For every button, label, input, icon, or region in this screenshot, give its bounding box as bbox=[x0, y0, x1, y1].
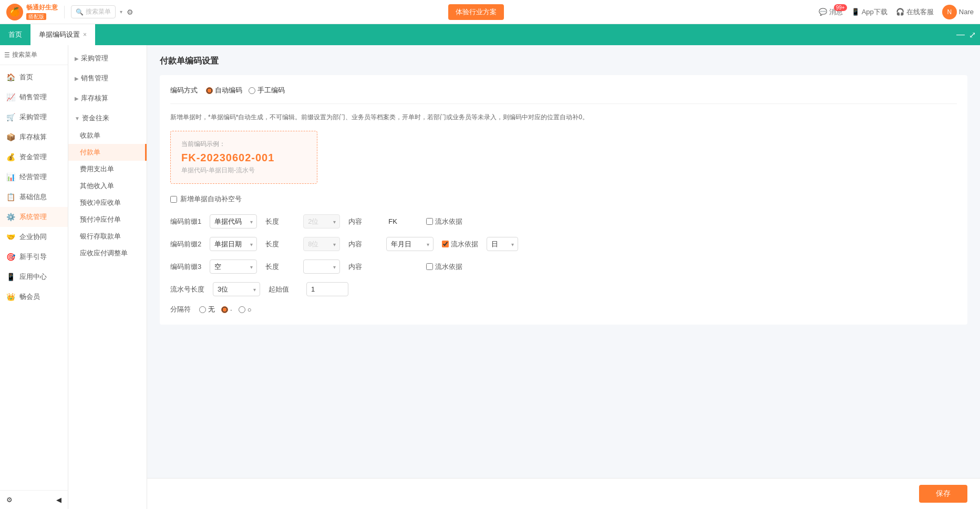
content-area: 付款单编码设置 编码方式 自动编码 手工编码 bbox=[147, 45, 980, 509]
start-value-input[interactable] bbox=[306, 282, 348, 296]
sub-nav-capital: ▼ 资金往来 收款单 付款单 费用支出单 其他收入单 预收冲应收单 预付冲应付单… bbox=[68, 109, 147, 262]
serial-3-label: 流水依据 bbox=[435, 262, 462, 272]
maximize-icon[interactable]: ⤢ bbox=[969, 30, 976, 40]
manual-encoding-label: 手工编码 bbox=[257, 86, 285, 95]
separator-circle-label: ○ bbox=[247, 306, 252, 314]
serial-1-checkbox: 流水依据 bbox=[426, 217, 462, 226]
purchase-arrow-icon: ▶ bbox=[75, 56, 79, 61]
sub-nav-purchase-header[interactable]: ▶ 采购管理 bbox=[68, 49, 147, 67]
length-1-select[interactable]: 2位 bbox=[303, 214, 340, 228]
content-2-select-wrapper: 年月日 年月 年 bbox=[386, 237, 434, 251]
serial-2-label: 流水依据 bbox=[451, 240, 478, 249]
prefix-1-select[interactable]: 单据代码 空 部门 业务员 bbox=[210, 214, 257, 228]
sidebar-search[interactable]: ☰ 搜索菜单 bbox=[0, 45, 68, 65]
sub-nav-payment[interactable]: 付款单 bbox=[68, 144, 147, 161]
avatar: N bbox=[942, 5, 957, 19]
message-icon: 💬 bbox=[819, 8, 827, 16]
sidebar-item-home[interactable]: 🏠 首页 bbox=[0, 67, 68, 87]
period-select[interactable]: 日 月 年 bbox=[487, 237, 518, 251]
home-icon: 🏠 bbox=[6, 73, 15, 81]
encoding-method-row: 编码方式 自动编码 手工编码 bbox=[170, 86, 957, 104]
top-bar: 🍊 畅通好生意 搭配版 🔍 搜索菜单 ▾ ⚙ 体验行业方案 💬 消息 99+ 📱… bbox=[0, 0, 980, 24]
auto-encoding-radio[interactable]: 自动编码 bbox=[206, 86, 242, 95]
message-button[interactable]: 💬 消息 99+ bbox=[819, 7, 843, 17]
collapse-icon[interactable]: ◀ bbox=[56, 496, 61, 504]
bottom-bar: 保存 bbox=[147, 478, 980, 509]
sidebar-item-newbie[interactable]: 🎯 新手引导 bbox=[0, 247, 68, 267]
sub-nav-adjustment[interactable]: 应收应付调整单 bbox=[68, 245, 147, 262]
tab-home[interactable]: 首页 bbox=[0, 24, 30, 45]
sub-nav-inventory-header[interactable]: ▶ 库存核算 bbox=[68, 89, 147, 107]
sub-nav-capital-header[interactable]: ▼ 资金往来 bbox=[68, 109, 147, 127]
serial-3-input[interactable] bbox=[426, 263, 433, 270]
save-button[interactable]: 保存 bbox=[919, 485, 967, 503]
auto-encoding-label: 自动编码 bbox=[215, 86, 242, 95]
separator-dot[interactable]: · bbox=[221, 306, 232, 314]
prefix-2-select[interactable]: 单据日期 空 单据代码 部门 bbox=[210, 237, 257, 251]
sidebar-item-inventory[interactable]: 📦 库存核算 bbox=[0, 127, 68, 147]
sidebar-item-basic[interactable]: 📋 基础信息 bbox=[0, 187, 68, 207]
manual-encoding-radio[interactable]: 手工编码 bbox=[249, 86, 285, 95]
separator-none[interactable]: 无 bbox=[199, 305, 215, 314]
prefix-3-label: 编码前缀3 bbox=[170, 262, 201, 272]
sidebar-item-apps[interactable]: 📱 应用中心 bbox=[0, 267, 68, 287]
prefix-3-select[interactable]: 空 单据代码 单据日期 部门 bbox=[210, 259, 257, 274]
auto-fill-checkbox[interactable] bbox=[170, 196, 177, 203]
sub-nav-bank[interactable]: 银行存取款单 bbox=[68, 228, 147, 245]
content-3-label: 内容 bbox=[348, 262, 378, 272]
period-select-wrapper: 日 月 年 bbox=[487, 237, 518, 251]
sub-nav-prepay-receivable[interactable]: 预收冲应收单 bbox=[68, 194, 147, 211]
serial-length-select[interactable]: 3位 4位 5位 6位 bbox=[213, 282, 260, 296]
search-bar[interactable]: 🔍 搜索菜单 bbox=[71, 5, 116, 18]
trial-button[interactable]: 体验行业方案 bbox=[448, 4, 504, 20]
sidebar-item-purchase[interactable]: 🛒 采购管理 bbox=[0, 107, 68, 127]
hint-text: 新增单据时，*单据编码*自动生成，不可编辑。前缀设置为部门、业务员等档案类，开单… bbox=[170, 112, 957, 122]
sub-nav-expense[interactable]: 费用支出单 bbox=[68, 161, 147, 178]
sidebar-item-sales[interactable]: 📈 销售管理 bbox=[0, 87, 68, 107]
length-3-label: 长度 bbox=[265, 262, 295, 272]
logo-icon: 🍊 bbox=[6, 4, 23, 20]
dropdown-arrow-icon[interactable]: ▾ bbox=[120, 9, 122, 15]
apps-icon: 📱 bbox=[6, 273, 15, 281]
serial-2-input[interactable] bbox=[442, 241, 449, 247]
sidebar-bottom: ⚙ ◀ bbox=[0, 490, 68, 509]
preview-label: 当前编码示例： bbox=[181, 140, 306, 149]
main-layout: ☰ 搜索菜单 🏠 首页 📈 销售管理 🛒 采购管理 📦 库存核算 💰 资 bbox=[0, 45, 980, 509]
sidebar-item-operations[interactable]: 📊 经营管理 bbox=[0, 167, 68, 187]
serial-length-select-wrapper: 3位 4位 5位 6位 bbox=[213, 282, 260, 296]
sub-nav-sales-header[interactable]: ▶ 销售管理 bbox=[68, 69, 147, 87]
message-badge: 99+ bbox=[834, 4, 847, 11]
serial-1-input[interactable] bbox=[426, 218, 433, 225]
sub-nav-receipts[interactable]: 收款单 bbox=[68, 127, 147, 144]
tab-close-icon[interactable]: × bbox=[83, 31, 87, 38]
minimize-icon[interactable]: — bbox=[956, 30, 965, 39]
gear-icon[interactable]: ⚙ bbox=[127, 8, 133, 16]
serial-2-checkbox: 流水依据 bbox=[442, 240, 478, 249]
sidebar-item-enterprise[interactable]: 🤝 企业协同 bbox=[0, 227, 68, 247]
auto-fill-row: 新增单据自动补空号 bbox=[170, 194, 957, 204]
vip-icon: 👑 bbox=[6, 293, 15, 301]
newbie-icon: 🎯 bbox=[6, 253, 15, 261]
app-download-button[interactable]: 📱 App下载 bbox=[851, 7, 888, 17]
settings-icon[interactable]: ⚙ bbox=[6, 496, 13, 504]
separator-circle[interactable]: ○ bbox=[239, 306, 252, 314]
length-2-select[interactable]: 8位 bbox=[303, 237, 340, 251]
inventory-arrow-icon: ▶ bbox=[75, 96, 79, 101]
tab-encoding-settings[interactable]: 单据编码设置 × bbox=[30, 24, 95, 45]
serial-length-row: 流水号长度 3位 4位 5位 6位 起始值 bbox=[170, 282, 957, 296]
content-2-label: 内容 bbox=[348, 240, 378, 249]
content-1-value: FK bbox=[386, 217, 418, 225]
length-3-select[interactable]: 2位 4位 bbox=[303, 259, 340, 274]
online-service-button[interactable]: 🎧 在线客服 bbox=[896, 7, 934, 17]
user-avatar[interactable]: N Nare bbox=[942, 5, 974, 19]
sub-nav-purchase: ▶ 采购管理 bbox=[68, 49, 147, 67]
prefix-row-3: 编码前缀3 空 单据代码 单据日期 部门 长度 2位 bbox=[170, 259, 957, 274]
sidebar-item-finance[interactable]: 💰 资金管理 bbox=[0, 147, 68, 167]
sales-arrow-icon: ▶ bbox=[75, 76, 79, 81]
content-2-select[interactable]: 年月日 年月 年 bbox=[386, 237, 434, 251]
sidebar-item-system[interactable]: ⚙️ 系统管理 bbox=[0, 207, 68, 227]
preview-desc: 单据代码-单据日期-流水号 bbox=[181, 166, 306, 175]
sidebar-item-vip[interactable]: 👑 畅会员 bbox=[0, 287, 68, 307]
sub-nav-prepay-payable[interactable]: 预付冲应付单 bbox=[68, 211, 147, 228]
sub-nav-other-income[interactable]: 其他收入单 bbox=[68, 178, 147, 194]
